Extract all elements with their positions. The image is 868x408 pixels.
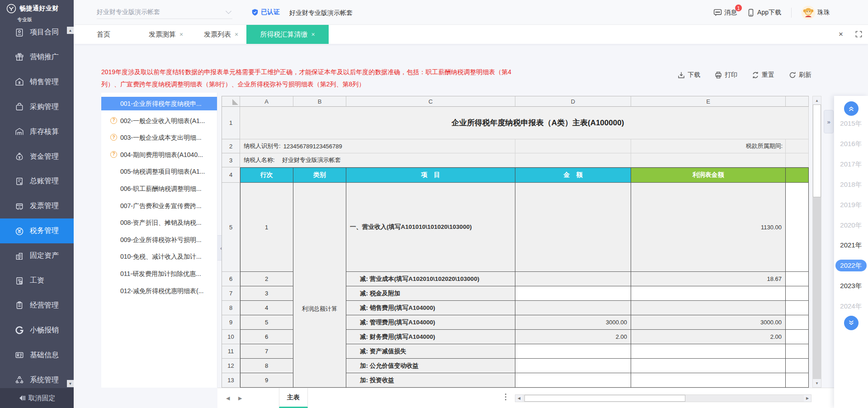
row-header[interactable]: 7 [222, 286, 240, 301]
sheet-horizontal-scrollbar[interactable]: ◀ ▶ [515, 394, 811, 402]
line-no-cell[interactable]: 8 [240, 359, 293, 373]
partial-cell[interactable] [786, 344, 809, 359]
amount-cell[interactable] [515, 373, 631, 388]
empty-cell[interactable] [786, 153, 809, 167]
sidebar-scroll-down[interactable]: ▼ [67, 380, 74, 387]
amount-cell[interactable] [515, 359, 631, 373]
year-scroll-down-button[interactable] [844, 316, 859, 330]
item-cell[interactable]: 加: 公允价值变动收益 [346, 359, 515, 373]
print-button[interactable]: 打印 [715, 71, 737, 79]
sidebar-item-clipboard[interactable]: 经营管理 [0, 293, 74, 318]
profit-amount-cell[interactable] [631, 359, 786, 373]
item-cell[interactable]: 加: 投资收益 [346, 373, 515, 388]
scroll-up-arrow[interactable]: ▲ [813, 96, 821, 104]
report-list-item[interactable]: 009-企业所得税弥补亏损明... [101, 233, 217, 247]
year-item-selected[interactable]: 2022年 [834, 260, 868, 271]
year-item[interactable]: 2018年 [834, 179, 868, 190]
profit-amount-cell[interactable]: 3000.00 [631, 315, 786, 330]
row-header[interactable]: 5 [222, 183, 240, 272]
tab-1[interactable]: 发票测算× [142, 25, 190, 44]
line-no-cell[interactable]: 3 [240, 286, 293, 301]
scroll-right-arrow[interactable]: ▶ [804, 395, 811, 402]
tab-close-icon[interactable]: × [235, 31, 238, 38]
sidebar-unpin-button[interactable]: 取消固定 [0, 388, 74, 408]
profit-amount-cell[interactable] [631, 301, 786, 315]
sidebar-item-moneybag[interactable]: 资金管理 [0, 144, 74, 169]
refresh-button[interactable]: 刷新 [789, 71, 811, 79]
partial-cell[interactable] [786, 330, 809, 344]
reset-button[interactable]: 重置 [752, 71, 774, 79]
sidebar-item-warehouse[interactable]: 库存核算 [0, 119, 74, 144]
expand-year-panel-handle[interactable]: » [824, 110, 834, 133]
partial-cell[interactable] [786, 315, 809, 330]
row-header[interactable]: 1 [222, 107, 240, 139]
year-item[interactable]: 2023年 [834, 280, 868, 292]
fullscreen-icon[interactable] [855, 31, 862, 38]
tab-2[interactable]: 发票列表× [197, 25, 245, 44]
line-no-cell[interactable]: 1 [240, 183, 293, 272]
sidebar-item-glogo[interactable]: 小畅报销 [0, 318, 74, 343]
sidebar-item-system[interactable]: 系统管理 [0, 368, 74, 388]
report-list-item[interactable]: 001-企业所得税年度纳税申... [101, 97, 217, 110]
profit-amount-cell[interactable] [631, 373, 786, 388]
sidebar-item-ledger[interactable]: 总账管理 [0, 169, 74, 194]
amount-cell[interactable] [515, 272, 631, 286]
item-cell[interactable]: 减: 管理费用(填写A104000) [346, 315, 515, 330]
row-header[interactable]: 4 [222, 167, 240, 183]
sidebar-item-idcard[interactable]: 基础信息 [0, 343, 74, 368]
partial-cell[interactable] [786, 373, 809, 388]
sidebar-item-building[interactable]: 固定资产 [0, 243, 74, 268]
sheet-tab-main[interactable]: 主表 [279, 388, 308, 408]
select-all-corner[interactable] [222, 96, 240, 107]
tab-close-icon[interactable]: × [311, 31, 315, 38]
line-no-cell[interactable]: 5 [240, 315, 293, 330]
profit-amount-cell[interactable]: 1130.00 [631, 183, 786, 272]
year-item[interactable]: 2019年 [834, 199, 868, 211]
tax-period-cell[interactable]: 税款所属期间: [631, 139, 786, 153]
line-no-cell[interactable]: 7 [240, 344, 293, 359]
year-scroll-up-button[interactable] [844, 101, 859, 116]
scroll-left-arrow[interactable]: ◀ [515, 395, 523, 402]
column-header-C[interactable]: C [346, 96, 515, 107]
sidebar-item-invoice[interactable]: 发票管理 [0, 194, 74, 218]
vertical-scroll-track[interactable] [813, 197, 821, 380]
item-cell[interactable]: 减: 销售费用(填写A104000) [346, 301, 515, 315]
item-cell[interactable]: 减: 财务费用(填写A104000) [346, 330, 515, 344]
sidebar-item-tax[interactable]: 税务管理 [0, 218, 74, 243]
report-list-item[interactable]: 007-广告费和业务宣传费跨... [101, 199, 217, 213]
partial-cell[interactable] [786, 272, 809, 286]
amount-cell[interactable]: 2.00 [515, 330, 631, 344]
messages-button[interactable]: 消息 1 [713, 8, 737, 17]
profit-amount-cell[interactable] [631, 286, 786, 301]
item-cell[interactable]: 减: 资产减值损失 [346, 344, 515, 359]
column-header-E[interactable]: E [631, 96, 786, 107]
account-select[interactable]: 好业财专业版演示帐套 [97, 5, 232, 19]
report-list-item[interactable]: 008-资产折旧、摊销及纳税... [101, 216, 217, 229]
report-list-item[interactable]: 006-职工薪酬纳税调整明细... [101, 182, 217, 195]
row-header[interactable]: 8 [222, 301, 240, 315]
row-header[interactable]: 11 [222, 344, 240, 359]
row-header[interactable]: 3 [222, 153, 240, 167]
report-list-item[interactable]: 011-研发费用加计扣除优惠... [101, 267, 217, 280]
sidebar-item-payroll[interactable]: 工资 [0, 268, 74, 293]
column-header-D[interactable]: D [515, 96, 631, 107]
profit-amount-cell[interactable]: 2.00 [631, 330, 786, 344]
report-list-item[interactable]: ?004-期间费用明细表(A1040... [101, 148, 217, 161]
row-header[interactable]: 6 [222, 272, 240, 286]
line-no-cell[interactable]: 6 [240, 330, 293, 344]
year-item[interactable]: 2015年 [834, 118, 868, 129]
row-header[interactable]: 10 [222, 330, 240, 344]
item-cell[interactable]: 一、营业收入(填写A101010\101020\103000) [346, 183, 515, 272]
row-header[interactable]: 13 [222, 373, 240, 388]
report-list-item[interactable]: ?002-一般企业收入明细表(A1... [101, 114, 217, 128]
sheet-vertical-scrollbar[interactable]: ▲ ▼ [812, 96, 821, 388]
sidebar-scroll-up[interactable]: ▲ [67, 27, 74, 34]
report-list-item[interactable]: 005-纳税调整项目明细表(A1... [101, 165, 217, 178]
item-cell[interactable]: 减: 营业成本(填写A102010\102020\103000) [346, 272, 515, 286]
app-download-button[interactable]: App下载 [747, 9, 781, 17]
year-item[interactable]: 2017年 [834, 158, 868, 170]
sidebar-item-sale[interactable]: 销售管理 [0, 70, 74, 95]
column-header-A[interactable]: A [240, 96, 293, 107]
year-item[interactable]: 2020年 [834, 219, 868, 231]
user-menu[interactable]: 珠珠 [802, 6, 830, 19]
